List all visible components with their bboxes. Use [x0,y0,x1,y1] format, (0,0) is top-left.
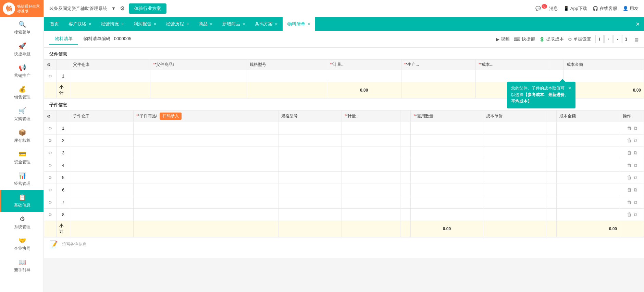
copy-icon[interactable]: ⧉ [634,150,637,156]
child-row8-spec[interactable] [278,209,342,221]
sidebar-item-sales[interactable]: 💰 销售管理 [0,82,44,104]
parent-row1-cost[interactable] [475,70,550,82]
tooltip-close-btn[interactable]: ✕ [568,85,571,92]
child-row1-spec[interactable] [278,122,342,135]
first-page-btn[interactable]: ⟪ [595,35,604,43]
child-row2-unit-cost[interactable] [483,135,546,147]
tab-product[interactable]: 商品 ✕ [194,17,218,31]
parent-row1-product[interactable] [150,70,247,82]
child-row4-quantity[interactable] [342,159,400,172]
sidebar-item-guide[interactable]: 📖 新手引导 [0,255,44,277]
delete-icon[interactable]: 🗑 [627,199,632,205]
tab-customer-close[interactable]: ✕ [88,22,91,26]
tab-profit-close[interactable]: ✕ [153,22,157,26]
last-page-btn[interactable]: ⟫ [622,35,630,43]
extract-cost-btn[interactable]: 💲 提取成本 [539,36,564,42]
grid-view-btn[interactable]: ▤ [634,37,639,42]
tab-customer[interactable]: 客户联络 ✕ [64,17,96,31]
child-row3-quantity[interactable] [342,147,400,159]
parent-row1-quantity[interactable] [327,70,401,82]
sidebar-item-inventory[interactable]: 📦 库存核算 [0,125,44,147]
sidebar-item-enterprise[interactable]: 🤝 企业协同 [0,233,44,255]
child-row4-product[interactable] [133,159,278,172]
sub-tab-bom-code[interactable]: 物料清单编码 0000005 [78,34,137,45]
child-row6-need-qty[interactable] [411,184,483,196]
child-row7-warehouse[interactable] [70,196,134,209]
message-btn[interactable]: 💬 6 消息 [535,5,558,12]
child-row6-quantity[interactable] [342,184,400,196]
delete-icon[interactable]: 🗑 [627,125,632,131]
child-row4-unit-cost[interactable] [483,159,546,172]
sidebar-item-basics[interactable]: 📋 基础信息 [0,190,44,212]
child-row7-product[interactable] [133,196,278,209]
delete-icon[interactable]: 🗑 [627,187,632,193]
child-row8-unit-cost[interactable] [483,209,546,221]
child-row3-spec[interactable] [278,147,342,159]
sidebar-item-operations[interactable]: 📊 经营管理 [0,168,44,190]
doc-settings-btn[interactable]: ⚙ 单据设置 [568,36,591,42]
copy-icon[interactable]: ⧉ [634,162,637,168]
child-row2-spec[interactable] [278,135,342,147]
child-row3-warehouse[interactable] [70,147,134,159]
tab-bom[interactable]: 物料清单 ✕ [283,17,315,31]
child-row7-need-qty[interactable] [411,196,483,209]
child-row6-spec[interactable] [278,184,342,196]
copy-icon[interactable]: ⧉ [634,212,637,218]
delete-icon[interactable]: 🗑 [627,150,632,156]
child-row5-quantity[interactable] [342,172,400,184]
dropdown-arrow-icon[interactable]: ▼ [111,6,116,11]
tab-operations-close[interactable]: ✕ [121,22,124,26]
scan-input-btn[interactable]: 扫码录入 [160,113,182,120]
child-row5-spec[interactable] [278,172,342,184]
sidebar-item-system[interactable]: ⚙ 系统管理 [0,212,44,233]
child-row5-need-qty[interactable] [411,172,483,184]
parent-row1-production[interactable] [401,70,475,82]
child-row7-quantity[interactable] [342,196,400,209]
child-row7-unit-cost[interactable] [483,196,546,209]
child-row6-warehouse[interactable] [70,184,134,196]
copy-icon[interactable]: ⧉ [634,175,637,180]
delete-icon[interactable]: 🗑 [627,175,632,180]
child-row2-need-qty[interactable] [411,135,483,147]
child-row5-unit-cost[interactable] [483,172,546,184]
child-row4-warehouse[interactable] [70,159,134,172]
child-row1-product[interactable] [133,122,278,135]
child-row3-product[interactable] [133,147,278,159]
sidebar-item-search[interactable]: 🔍 搜索菜单 [0,17,44,39]
tab-operations[interactable]: 经营情况 ✕ [96,17,129,31]
view-video-btn[interactable]: ▶ 视频 [496,36,510,42]
child-row8-quantity[interactable] [342,209,400,221]
child-row3-need-qty[interactable] [411,147,483,159]
copy-icon[interactable]: ⧉ [634,199,637,205]
child-row3-unit-cost[interactable] [483,147,546,159]
tab-home[interactable]: 首页 [45,17,64,31]
child-row5-product[interactable] [133,172,278,184]
child-row5-warehouse[interactable] [70,172,134,184]
sub-tab-bom[interactable]: 物料清单 [49,34,78,45]
tab-history[interactable]: 经营历程 ✕ [161,17,194,31]
child-row1-unit-cost[interactable] [483,122,546,135]
sidebar-item-quick-nav[interactable]: 🚀 快捷导航 [0,39,44,60]
sidebar-item-marketing[interactable]: 📢 营销推广 [0,60,44,82]
child-row8-warehouse[interactable] [70,209,134,221]
tab-new-product[interactable]: 新增商品 ✕ [218,17,250,31]
child-row8-product[interactable] [133,209,278,221]
child-row4-spec[interactable] [278,159,342,172]
tab-barcode[interactable]: 条码方案 ✕ [250,17,283,31]
tab-profit[interactable]: 利润报告 ✕ [129,17,161,31]
child-row2-quantity[interactable] [342,135,400,147]
child-row8-need-qty[interactable] [411,209,483,221]
online-service-btn[interactable]: 🎧 在线客服 [593,5,617,12]
copy-icon[interactable]: ⧉ [634,138,637,143]
tab-barcode-close[interactable]: ✕ [275,22,278,26]
child-row6-product[interactable] [133,184,278,196]
shortcut-btn[interactable]: ⌨ 快捷键 [514,36,535,42]
child-row1-need-qty[interactable] [411,122,483,135]
child-row1-quantity[interactable] [342,122,400,135]
trial-button[interactable]: 体验行业方案 [129,3,166,14]
settings-icon[interactable]: ⚙ [120,5,125,12]
child-row1-warehouse[interactable] [70,122,134,135]
copy-icon[interactable]: ⧉ [634,125,637,131]
child-row4-need-qty[interactable] [411,159,483,172]
user-btn[interactable]: 👤 用友 [623,5,639,12]
